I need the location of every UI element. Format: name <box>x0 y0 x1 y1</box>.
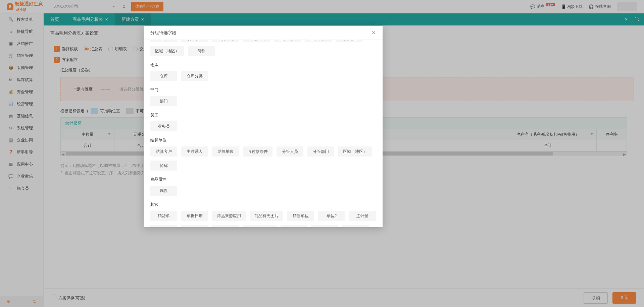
field-group-title: 结算单位 <box>150 137 376 143</box>
field-chip[interactable]: 属性 <box>150 186 177 196</box>
field-chip[interactable]: 结算客户 <box>150 146 177 157</box>
field-group-title: 商品属性 <box>150 177 376 182</box>
group-fields-modal: 分组待选字段 ✕ 暂/暂/ 万天方合即门方合八贝主联系八主联系八咱件地址 区域（… <box>144 26 383 227</box>
field-chip[interactable]: 咱件地址 <box>336 40 362 42</box>
field-chip[interactable]: 销售单位 <box>287 211 314 221</box>
modal-title: 分组待选字段 <box>150 30 177 36</box>
field-chip[interactable]: 结算单位 <box>212 146 239 157</box>
field-chip[interactable]: 主联系人 <box>181 146 208 157</box>
modal-body[interactable]: 暂/暂/ 万天方合即门方合八贝主联系八主联系八咱件地址 区域（地区）简称 仓库仓… <box>144 40 383 227</box>
field-group-title: 部门 <box>150 87 376 93</box>
field-chip[interactable]: 主计量 <box>349 211 376 221</box>
field-chip[interactable]: 部门 <box>150 96 177 106</box>
field-group-title: 仓库 <box>150 62 376 68</box>
field-chip[interactable]: 单据日期 <box>181 211 208 221</box>
field-chip[interactable]: 制单人 <box>150 225 177 227</box>
field-chip[interactable]: 销货单 <box>150 211 177 221</box>
field-chip[interactable]: 分管人员 <box>277 146 303 157</box>
field-chip[interactable]: 单位2 <box>318 211 345 221</box>
close-icon[interactable]: ✕ <box>371 29 376 36</box>
field-chip[interactable]: 销售订单 <box>311 225 338 227</box>
field-chip[interactable]: 主联系八 <box>274 40 301 42</box>
field-chip[interactable]: 价格类型 <box>342 225 369 227</box>
field-chip[interactable]: 区域（地区） <box>338 146 372 157</box>
field-chip[interactable]: 简称 <box>188 46 215 56</box>
field-chip[interactable]: 暂/ 万天 <box>181 40 208 42</box>
field-chip[interactable]: 审核人 <box>181 225 208 227</box>
field-group-title: 员工 <box>150 112 376 118</box>
field-chip[interactable]: 预计交货日期 <box>243 225 277 227</box>
field-chip[interactable]: 主联系八 <box>305 40 332 42</box>
field-chip[interactable]: 区域（地区） <box>150 46 184 56</box>
field-chip[interactable]: 商品有无图片 <box>250 211 283 221</box>
field-chip[interactable]: 分管部门 <box>307 146 334 157</box>
field-chip[interactable]: 仓库 <box>150 71 177 81</box>
field-chip[interactable]: 简称 <box>150 161 177 171</box>
field-chip[interactable]: 出库人 <box>212 225 239 227</box>
field-chip[interactable]: 商品来源应用 <box>212 211 246 221</box>
field-group-title: 其它 <box>150 202 376 207</box>
field-chip[interactable]: 赠品 <box>281 225 307 227</box>
field-chip[interactable]: 收付款条件 <box>243 146 273 157</box>
field-chip[interactable]: 暂/ <box>150 40 177 42</box>
field-chip[interactable]: 仓库分类 <box>181 71 208 81</box>
field-chip[interactable]: 方合即门 <box>212 40 239 42</box>
field-chip[interactable]: 方合八贝 <box>243 40 270 42</box>
field-chip[interactable]: 业务员 <box>150 121 177 131</box>
